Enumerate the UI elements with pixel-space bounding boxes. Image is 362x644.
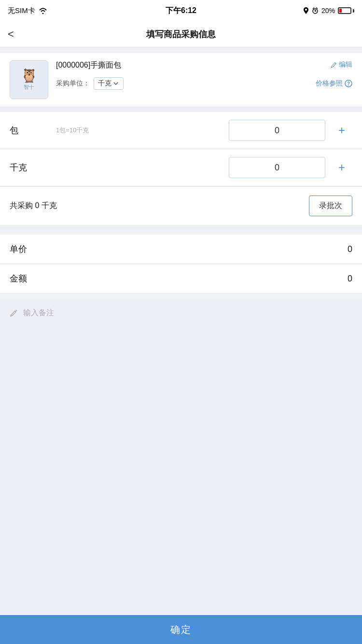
section-divider-1 [0, 107, 362, 112]
pencil-icon [10, 308, 18, 317]
svg-text:?: ? [347, 81, 350, 86]
product-unit-row: 采购单位： 千克 价格参照 ? [56, 77, 352, 90]
unit-price-label: 单价 [10, 243, 348, 255]
price-ref-label: 价格参照 [316, 79, 343, 88]
kg-input[interactable]: 0 [229, 157, 325, 178]
page-title: 填写商品采购信息 [146, 28, 216, 40]
bag-sublabel: 1包=10千克 [56, 126, 89, 135]
location-icon [303, 7, 309, 14]
batch-button[interactable]: 录批次 [309, 196, 352, 216]
svg-point-0 [305, 9, 307, 11]
alarm-icon [312, 7, 319, 14]
product-image: 🦉 智十 [10, 60, 48, 99]
status-carrier: 无SIM卡 [8, 6, 48, 15]
unit-label: 采购单位： [56, 79, 90, 88]
amount-value: 0 [348, 274, 352, 284]
product-logo-text: 智十 [24, 84, 34, 91]
remark-placeholder: 输入备注 [23, 308, 54, 318]
chevron-down-icon [113, 82, 118, 85]
unit-price-row: 单价 0 [0, 235, 362, 264]
product-logo-icon: 🦉 [21, 69, 38, 83]
edit-label: 编辑 [339, 60, 352, 69]
summary-text: 共采购 0 千克 [10, 201, 309, 211]
product-card: 🦉 智十 [0000006]手撕面包 编辑 采购单位： 千克 [0, 52, 362, 107]
help-icon: ? [345, 80, 352, 87]
bag-input[interactable]: 0 [229, 120, 325, 141]
amount-label: 金额 [10, 273, 348, 284]
product-info: [0000006]手撕面包 编辑 采购单位： 千克 价格 [56, 60, 352, 90]
unit-value: 千克 [98, 79, 111, 88]
product-header: [0000006]手撕面包 编辑 [56, 60, 352, 70]
content-filler [0, 327, 362, 615]
status-time: 下午6:12 [166, 6, 196, 16]
edit-icon [331, 61, 337, 68]
unit-select[interactable]: 千克 [94, 77, 124, 90]
confirm-button[interactable]: 确定 [0, 615, 362, 644]
wifi-icon [38, 7, 48, 14]
battery-percentage: 20% [321, 7, 335, 14]
edit-button[interactable]: 编辑 [331, 60, 352, 69]
price-ref-button[interactable]: 价格参照 ? [316, 79, 352, 88]
bag-input-row: 包 1包=10千克 0 + [0, 112, 362, 149]
section-divider-2 [0, 225, 362, 230]
carrier-text: 无SIM卡 [8, 6, 35, 15]
bag-label: 包 [10, 125, 48, 136]
bag-plus-button[interactable]: + [331, 120, 352, 141]
summary-row: 共采购 0 千克 录批次 [0, 186, 362, 225]
input-section: 包 1包=10千克 0 + 千克 0 + 共采购 0 千克 录批次 [0, 112, 362, 225]
product-name: [0000006]手撕面包 [56, 60, 121, 70]
battery-indicator [338, 7, 354, 14]
kg-input-row: 千克 0 + [0, 149, 362, 186]
amount-row: 金额 0 [0, 264, 362, 294]
unit-price-value: 0 [348, 244, 352, 254]
price-section: 单价 0 金额 0 [0, 235, 362, 294]
nav-bar: < 填写商品采购信息 [0, 21, 362, 47]
kg-label: 千克 [10, 162, 48, 173]
status-bar: 无SIM卡 下午6:12 20% [0, 0, 362, 21]
bag-value: 0 [275, 126, 279, 136]
remark-section[interactable]: 输入备注 [0, 298, 362, 327]
kg-value: 0 [275, 163, 279, 173]
kg-plus-button[interactable]: + [331, 157, 352, 178]
status-right: 20% [303, 7, 354, 14]
back-button[interactable]: < [8, 28, 14, 41]
